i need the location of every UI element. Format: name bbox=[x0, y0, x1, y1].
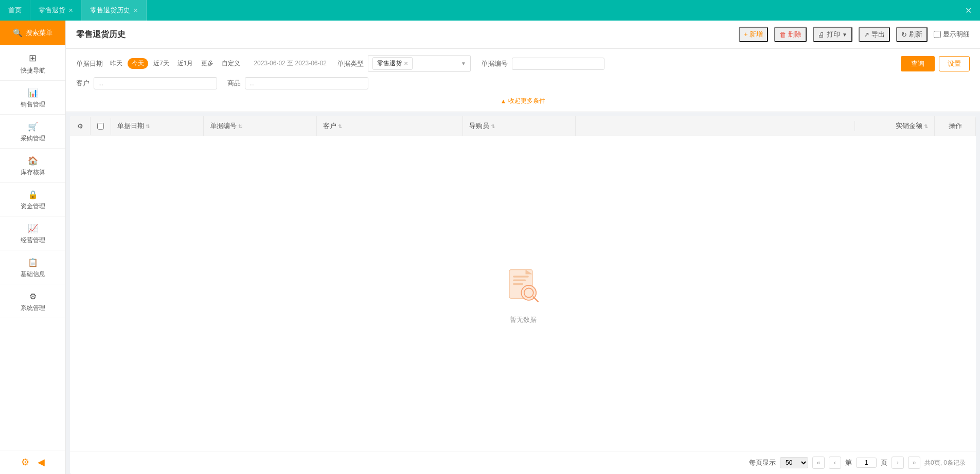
sidebar-search-label: 搜索菜单 bbox=[26, 28, 52, 38]
purchase-icon: 🛒 bbox=[28, 122, 38, 132]
header-actions: + 新增 🗑 删除 🖨 打印 ▼ ↗ 导出 ↻ 刷新 bbox=[739, 27, 970, 42]
th-number[interactable]: 单据编号 ⇅ bbox=[204, 116, 316, 136]
print-button[interactable]: 🖨 打印 ▼ bbox=[813, 27, 852, 42]
page-prefix: 第 bbox=[845, 458, 852, 467]
table-header: ⚙ 单据日期 ⇅ 单据编号 ⇅ 客户 ⇅ 导购员 bbox=[70, 116, 976, 136]
th-action-label: 操作 bbox=[949, 121, 962, 131]
date-1month[interactable]: 近1月 bbox=[174, 58, 197, 69]
type-tag-value: 零售退货 bbox=[377, 59, 402, 68]
empty-illustration bbox=[500, 263, 546, 309]
first-page-button[interactable]: « bbox=[812, 457, 825, 469]
page-title: 零售退货历史 bbox=[76, 29, 126, 40]
sidebar-item-quick-nav[interactable]: ⊞ 快捷导航 bbox=[0, 45, 65, 81]
svg-line-6 bbox=[533, 297, 538, 302]
setting-button[interactable]: 设置 bbox=[939, 56, 970, 71]
tab-return-history[interactable]: 零售退货历史 ✕ bbox=[82, 0, 147, 21]
system-icon: ⚙ bbox=[29, 291, 37, 301]
show-detail-label[interactable]: 显示明细 bbox=[934, 30, 970, 39]
next-page-button[interactable]: › bbox=[892, 457, 904, 469]
pagination-bar: 每页显示 50 10 20 100 « ‹ 第 页 › bbox=[70, 451, 976, 474]
tab-return-label: 零售退货 bbox=[39, 6, 65, 15]
main-layout: 🔍 搜索菜单 ⊞ 快捷导航 📊 销售管理 🛒 采购管理 🏠 库存核算 🔒 资金管… bbox=[0, 21, 980, 474]
tab-return-close[interactable]: ✕ bbox=[68, 7, 73, 14]
last-page-button[interactable]: » bbox=[908, 457, 920, 469]
tab-home[interactable]: 首页 bbox=[0, 0, 30, 21]
goods-filter-label: 商品 bbox=[227, 79, 241, 88]
prev-page-icon: ‹ bbox=[834, 459, 836, 466]
date-shortcuts: 昨天 今天 近7天 近1月 更多 自定义 bbox=[107, 58, 243, 69]
window-close-button[interactable]: ✕ bbox=[957, 6, 980, 15]
sidebar-collapse-icon[interactable]: ◀ bbox=[38, 457, 45, 468]
goods-filter-input[interactable] bbox=[245, 77, 368, 89]
operations-icon: 📈 bbox=[28, 224, 38, 233]
refresh-icon: ↻ bbox=[901, 31, 907, 39]
date-separator: 至 bbox=[287, 60, 295, 67]
show-detail-checkbox[interactable] bbox=[934, 31, 941, 38]
collapse-label: 收起更多条件 bbox=[508, 97, 545, 105]
th-amount[interactable]: 实销金额 ⇅ bbox=[855, 116, 935, 136]
collapse-button[interactable]: ▲ 收起更多条件 bbox=[501, 97, 546, 105]
tab-return[interactable]: 零售退货 ✕ bbox=[30, 0, 82, 21]
type-tag: 零售退货 ✕ bbox=[372, 57, 413, 70]
sidebar-item-inventory-label: 库存核算 bbox=[21, 168, 45, 177]
prev-page-button[interactable]: ‹ bbox=[829, 457, 841, 469]
sidebar-item-system[interactable]: ⚙ 系统管理 bbox=[0, 284, 65, 318]
th-settings[interactable]: ⚙ bbox=[70, 117, 91, 135]
page-number-input[interactable] bbox=[856, 458, 877, 468]
date-more[interactable]: 更多 bbox=[198, 58, 217, 69]
new-button[interactable]: + 新增 bbox=[739, 27, 768, 42]
th-checkbox[interactable] bbox=[91, 118, 111, 135]
sidebar-item-purchase[interactable]: 🛒 采购管理 bbox=[0, 115, 65, 149]
collapse-row: ▲ 收起更多条件 bbox=[76, 95, 970, 105]
date-custom[interactable]: 自定义 bbox=[219, 58, 243, 69]
goods-filter: 商品 bbox=[227, 77, 368, 89]
search-icon: 🔍 bbox=[13, 28, 23, 38]
type-select-dropdown[interactable]: 零售退货 ✕ ▼ bbox=[368, 55, 471, 72]
th-guide-sort-icon: ⇅ bbox=[491, 123, 495, 129]
date-yesterday[interactable]: 昨天 bbox=[107, 58, 126, 69]
th-date-label: 单据日期 bbox=[117, 121, 144, 131]
th-guide[interactable]: 导购员 ⇅ bbox=[463, 116, 576, 136]
inventory-icon: 🏠 bbox=[28, 156, 38, 166]
table-body: 暂无数据 bbox=[70, 136, 976, 451]
date-range-text: 2023-06-02 至 2023-06-02 bbox=[254, 59, 326, 68]
per-page-select[interactable]: 50 10 20 100 bbox=[780, 457, 808, 468]
sidebar-item-finance[interactable]: 🔒 资金管理 bbox=[0, 183, 65, 216]
date-7days[interactable]: 近7天 bbox=[150, 58, 172, 69]
collapse-up-icon: ▲ bbox=[501, 98, 507, 105]
th-date[interactable]: 单据日期 ⇅ bbox=[111, 116, 204, 136]
number-filter: 单据编号 bbox=[481, 58, 604, 70]
empty-state: 暂无数据 bbox=[500, 263, 546, 324]
svg-rect-2 bbox=[513, 279, 526, 281]
th-amount-sort-icon: ⇅ bbox=[924, 123, 928, 129]
sidebar-search[interactable]: 🔍 搜索菜单 bbox=[0, 21, 65, 45]
th-customer-label: 客户 bbox=[323, 121, 336, 131]
export-icon: ↗ bbox=[864, 31, 869, 39]
sidebar-settings-icon[interactable]: ⚙ bbox=[21, 457, 29, 468]
query-button[interactable]: 查询 bbox=[901, 56, 935, 71]
type-tag-remove[interactable]: ✕ bbox=[404, 61, 408, 66]
customer-filter-input[interactable] bbox=[94, 77, 217, 89]
refresh-label: 刷新 bbox=[909, 30, 922, 39]
print-arrow-icon: ▼ bbox=[842, 32, 847, 38]
tab-return-history-close[interactable]: ✕ bbox=[133, 7, 138, 14]
sidebar-item-inventory[interactable]: 🏠 库存核算 bbox=[0, 149, 65, 183]
th-customer[interactable]: 客户 ⇅ bbox=[317, 116, 463, 136]
sidebar-item-operations[interactable]: 📈 经营管理 bbox=[0, 216, 65, 250]
top-bar: 首页 零售退货 ✕ 零售退货历史 ✕ ✕ bbox=[0, 0, 980, 21]
date-today[interactable]: 今天 bbox=[128, 58, 148, 69]
sidebar-item-sales[interactable]: 📊 销售管理 bbox=[0, 81, 65, 115]
basic-icon: 📋 bbox=[28, 258, 38, 267]
sidebar-item-basic[interactable]: 📋 基础信息 bbox=[0, 250, 65, 284]
query-actions: 查询 设置 bbox=[901, 56, 970, 71]
select-all-checkbox[interactable] bbox=[97, 123, 104, 130]
delete-button[interactable]: 🗑 删除 bbox=[774, 27, 807, 42]
sidebar-item-basic-label: 基础信息 bbox=[21, 270, 45, 279]
export-button[interactable]: ↗ 导出 bbox=[859, 27, 890, 42]
content-area: 零售退货历史 + 新增 🗑 删除 🖨 打印 ▼ ↗ 导出 bbox=[66, 21, 980, 474]
export-label: 导出 bbox=[871, 30, 885, 39]
number-filter-label: 单据编号 bbox=[481, 59, 508, 68]
total-info: 共0页, 0条记录 bbox=[924, 459, 966, 467]
number-filter-input[interactable] bbox=[512, 58, 604, 70]
refresh-button[interactable]: ↻ 刷新 bbox=[896, 27, 928, 42]
